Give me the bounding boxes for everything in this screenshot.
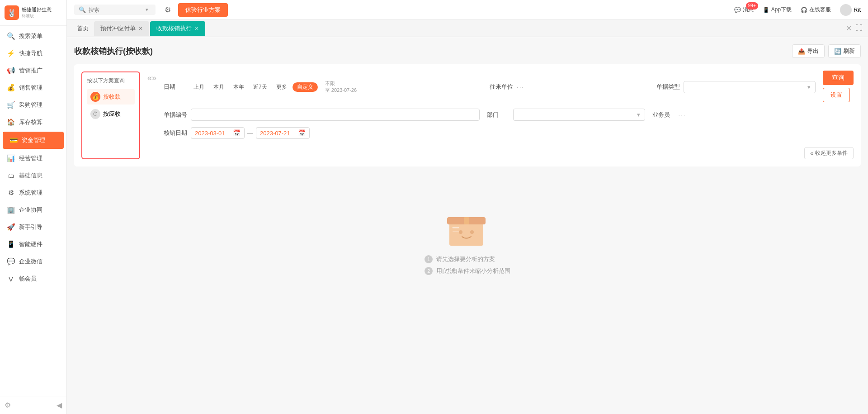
filter-option-by-receipt[interactable]: 💰 按收款: [87, 89, 135, 105]
app-download-button[interactable]: 📱 App下载: [763, 6, 792, 14]
filter-form: 日期 上月 本月 本年 近7天 更多 自定义 不限 至 2023-07-26: [164, 71, 854, 159]
filter-option-by-receipt-label: 按收款: [103, 93, 121, 101]
sidebar-item-search[interactable]: 🔍 搜索菜单: [0, 28, 66, 45]
verify-date-end-input[interactable]: [260, 130, 296, 137]
empty-illustration: [445, 203, 490, 248]
sidebar-item-operation[interactable]: 📊 经营管理: [0, 150, 66, 167]
collapse-label: 收起更多条件: [815, 149, 848, 157]
receivable-icon: ⏱: [90, 109, 100, 119]
doc-no-group: 单据编号: [164, 109, 480, 121]
svg-point-4: [470, 230, 474, 234]
logo-icon: 🐰: [5, 5, 19, 20]
date-pill-this-year[interactable]: 本年: [230, 82, 248, 92]
user-name: Rit: [854, 6, 861, 13]
industry-solution-button[interactable]: 休验行业方案: [178, 3, 228, 17]
sidebar-item-guide[interactable]: 🚀 新手引导: [0, 219, 66, 236]
staff-dots[interactable]: ···: [679, 111, 686, 118]
filter-collapse-icon[interactable]: «»: [146, 73, 158, 83]
sidebar-item-quicknav[interactable]: ⚡ 快捷导航: [0, 45, 66, 62]
sidebar-item-purchase[interactable]: 🛒 采购管理: [0, 96, 66, 114]
tab-bar: 首页 预付冲应付单 ✕ 收款核销执行 ✕ ✕ ⛶: [67, 20, 868, 37]
tab-bar-right: ✕ ⛶: [846, 24, 863, 33]
doc-type-select[interactable]: ▾: [684, 81, 816, 93]
tab-prepay[interactable]: 预付冲应付单 ✕: [94, 21, 149, 36]
empty-tip-2: 2 用[过滤]条件来缩小分析范围: [425, 267, 510, 275]
settings-gear-icon[interactable]: ⚙: [165, 5, 171, 14]
empty-tip-1: 1 请先选择要分析的方案: [425, 255, 510, 263]
empty-svg: [445, 203, 490, 248]
doc-no-input[interactable]: [191, 109, 480, 121]
header-right: 💬 消息 99+ 📱 App下载 🎧 在线客服 Rit: [734, 4, 861, 16]
system-icon: ⚙: [6, 189, 15, 197]
page-header: 收款核销执行(按收款) 📤 导出 🔄 刷新: [74, 44, 861, 58]
filter-sidebar-title: 按以下方案查询: [87, 77, 135, 85]
search-input[interactable]: [89, 7, 143, 13]
sidebar-item-hardware[interactable]: 📱 智能硬件: [0, 236, 66, 253]
date-pill-custom[interactable]: 自定义: [292, 82, 318, 92]
wechat-icon: 💬: [6, 257, 15, 266]
sidebar-item-basic[interactable]: 🗂 基础信息: [0, 167, 66, 184]
date-pill-this-month[interactable]: 本月: [210, 82, 228, 92]
tab-prepay-close-icon[interactable]: ✕: [138, 25, 143, 32]
basic-icon: 🗂: [6, 172, 15, 180]
collapse-more-row: « 收起更多条件: [164, 147, 854, 159]
date-pill-more[interactable]: 更多: [273, 82, 291, 92]
date-pill-7days[interactable]: 近7天: [250, 82, 271, 92]
sidebar-item-label-purchase: 采购管理: [19, 101, 42, 109]
tab-maximize-icon[interactable]: ⛶: [855, 24, 863, 33]
content-area: 收款核销执行(按收款) 📤 导出 🔄 刷新 按以下方案查询 💰 按收款: [67, 37, 868, 414]
sidebar-item-inventory[interactable]: 🏠 库存核算: [0, 114, 66, 131]
counterpart-dots[interactable]: ···: [517, 84, 524, 90]
dept-chevron-icon: ▾: [637, 111, 640, 118]
refresh-button[interactable]: 🔄 刷新: [828, 44, 861, 58]
tip-num-2: 2: [425, 267, 433, 275]
collapse-more-button[interactable]: « 收起更多条件: [804, 147, 854, 159]
empty-tips: 1 请先选择要分析的方案 2 用[过滤]条件来缩小分析范围: [425, 255, 510, 275]
online-service-button[interactable]: 🎧 在线客服: [801, 6, 831, 14]
tab-receivable-close-icon[interactable]: ✕: [194, 25, 199, 32]
receipt-icon: 💰: [90, 92, 100, 102]
sidebar-item-finance[interactable]: 💳 资金管理: [3, 132, 64, 149]
messages-button[interactable]: 💬 消息 99+: [734, 6, 754, 14]
date-pill-last-month[interactable]: 上月: [190, 82, 208, 92]
sidebar-item-enterprise[interactable]: 🏢 企业协同: [0, 201, 66, 219]
search-chevron-icon[interactable]: ▾: [146, 7, 148, 13]
filter-sidebar: 按以下方案查询 💰 按收款 ⏱ 按应收: [81, 71, 140, 159]
app-label: App下载: [771, 6, 792, 14]
inventory-icon: 🏠: [6, 118, 15, 126]
collapse-sidebar-icon[interactable]: ◀: [57, 401, 62, 409]
sidebar-item-member[interactable]: V 畅会员: [0, 270, 66, 287]
sales-icon: 💰: [6, 84, 15, 92]
refresh-icon: 🔄: [834, 48, 841, 55]
sidebar-item-label-basic: 基础信息: [19, 171, 42, 180]
sidebar-item-sales[interactable]: 💰 销售管理: [0, 79, 66, 96]
doc-no-label: 单据编号: [164, 111, 187, 119]
export-button[interactable]: 📤 导出: [792, 44, 825, 58]
sidebar-item-label-wechat: 企业微信: [19, 257, 42, 266]
service-label: 在线客服: [809, 6, 831, 14]
tab-receivable[interactable]: 收款核销执行 ✕: [150, 21, 205, 36]
msg-count-badge: 99+: [746, 2, 758, 10]
verify-date-start-input[interactable]: [195, 130, 231, 137]
header-search-box: 🔍 ▾: [74, 5, 156, 15]
sidebar-item-wechat[interactable]: 💬 企业微信: [0, 253, 66, 270]
sidebar-item-system[interactable]: ⚙ 系统管理: [0, 184, 66, 201]
setting-button[interactable]: 设置: [823, 88, 850, 102]
verify-date-end-calendar-icon[interactable]: 📅: [298, 129, 306, 137]
verify-date-start-calendar-icon[interactable]: 📅: [233, 129, 241, 137]
query-button[interactable]: 查询: [823, 71, 854, 85]
user-menu[interactable]: Rit: [840, 4, 861, 16]
date-no-limit: 不限: [325, 80, 357, 87]
sidebar-item-label-hardware: 智能硬件: [19, 240, 42, 248]
search-icon: 🔍: [6, 32, 15, 40]
settings-icon[interactable]: ⚙: [5, 401, 11, 409]
dept-select[interactable]: ▾: [513, 109, 645, 121]
svg-rect-0: [449, 221, 483, 246]
tab-home[interactable]: 首页: [72, 22, 93, 35]
purchase-icon: 🛒: [6, 101, 15, 109]
finance-icon: 💳: [9, 136, 18, 144]
filter-option-by-receivable[interactable]: ⏱ 按应收: [87, 106, 135, 122]
collapse-icon: «: [810, 150, 813, 157]
sidebar-item-marketing[interactable]: 📢 营销推广: [0, 62, 66, 79]
tab-close-window-icon[interactable]: ✕: [846, 24, 852, 33]
